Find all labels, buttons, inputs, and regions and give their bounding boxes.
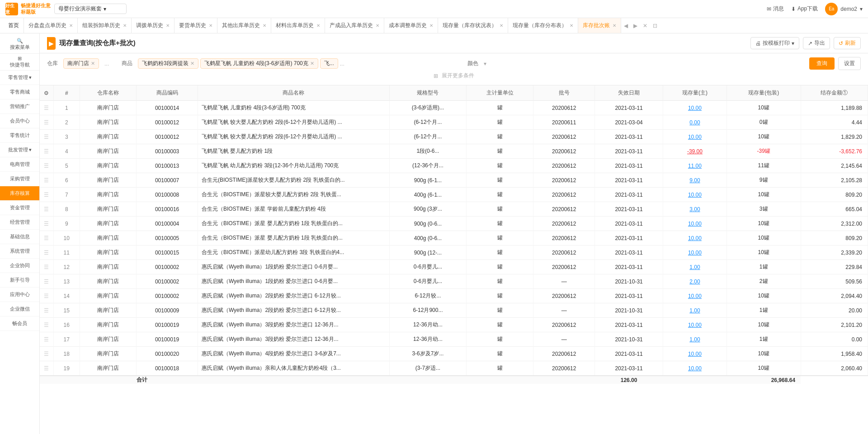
tab-home[interactable]: 首页 bbox=[4, 18, 24, 33]
row-qty-pkg: 10罐 bbox=[726, 318, 801, 332]
tab-close-icon[interactable]: ✕ bbox=[376, 23, 379, 28]
tab-nav-right[interactable]: ▶ bbox=[631, 23, 640, 29]
sidebar-item-inventory[interactable]: 库存核算 bbox=[0, 186, 39, 201]
tab-close-icon[interactable]: ✕ bbox=[570, 23, 573, 28]
tag-close-icon[interactable]: ✕ bbox=[190, 61, 194, 66]
tab-close-icon[interactable]: ✕ bbox=[69, 23, 73, 28]
row-product-name: 合生元(BIOSTIME)派星较大婴儿配方奶粉 2段 乳铁蛋白的... bbox=[198, 173, 389, 188]
tab-close-icon[interactable]: ✕ bbox=[429, 23, 433, 28]
sidebar-item-retail-mgmt[interactable]: 零售管理 ▾ bbox=[0, 71, 39, 85]
row-qty-main[interactable]: 10.00 bbox=[663, 217, 727, 231]
tab-fenpan[interactable]: 分盘盘点单历史 ✕ bbox=[24, 18, 78, 33]
sidebar-item-basic-info[interactable]: 基础信息 bbox=[0, 230, 39, 244]
product-tag-2[interactable]: 飞鹤星飞帆 儿童奶粉 4段(3-6岁适用) 700克 ✕ bbox=[200, 58, 318, 69]
table-row: ☰ 11 南岸门店 00100015 合生元（BIOSTIME）派星幼儿配方奶粉… bbox=[40, 245, 868, 260]
export-button[interactable]: ↗ 导出 bbox=[803, 37, 830, 49]
setting-button[interactable]: 设置 bbox=[838, 57, 861, 70]
sidebar-item-operation[interactable]: 经营管理 bbox=[0, 215, 39, 230]
search-button[interactable]: 查询 bbox=[809, 57, 835, 70]
expand-row[interactable]: ⊞ 展开更多条件 bbox=[47, 70, 861, 81]
sidebar-item-corp-collab[interactable]: 企业协同 bbox=[0, 259, 39, 273]
row-qty-main[interactable]: 10.00 bbox=[663, 101, 727, 115]
sidebar-item-member[interactable]: 会员中心 bbox=[0, 114, 39, 128]
row-qty-main[interactable]: -39.00 bbox=[663, 144, 727, 159]
sidebar-search[interactable]: 🔍 搜索菜单 bbox=[0, 35, 39, 54]
row-qty-main[interactable]: 1.00 bbox=[663, 303, 727, 318]
sidebar-item-purchase[interactable]: 采购管理 bbox=[0, 172, 39, 186]
tab-close-icon[interactable]: ✕ bbox=[316, 23, 320, 28]
sidebar-item-finance[interactable]: 资金管理 bbox=[0, 201, 39, 215]
sidebar-item-system[interactable]: 系统管理 bbox=[0, 244, 39, 259]
sidebar-item-weixin[interactable]: 企业微信 bbox=[0, 302, 39, 316]
row-qty-main[interactable]: 10.00 bbox=[663, 347, 727, 361]
row-code: 00100009 bbox=[137, 303, 198, 318]
tag-close-icon[interactable]: ✕ bbox=[91, 61, 95, 66]
tab-close-all[interactable]: ✕ bbox=[640, 23, 650, 29]
user-area[interactable]: Ea demo2 ▾ bbox=[825, 3, 863, 15]
product-more[interactable]: ... bbox=[340, 61, 344, 67]
tab-more[interactable]: ⊡ bbox=[650, 23, 660, 29]
sidebar-item-ecommerce[interactable]: 电商管理 bbox=[0, 157, 39, 172]
collapse-button[interactable]: ▶ bbox=[47, 37, 56, 50]
message-button[interactable]: ✉ 消息 bbox=[767, 5, 784, 13]
tab-nav-left[interactable]: ◀ bbox=[621, 23, 631, 29]
row-product-name: 惠氏启赋（Wyeth illuma）3段奶粉 爱尔兰进口 12-36月... bbox=[198, 332, 389, 347]
row-warehouse: 南岸门店 bbox=[80, 159, 137, 173]
tab-close-icon[interactable]: ✕ bbox=[166, 23, 170, 28]
row-amount: 20.00 bbox=[801, 303, 868, 318]
tag-close-icon[interactable]: ✕ bbox=[310, 61, 314, 66]
tab-close-icon[interactable]: ✕ bbox=[123, 23, 127, 28]
tab-close-icon[interactable]: ✕ bbox=[209, 23, 212, 28]
sidebar-item-retail-shop[interactable]: 零售商城 bbox=[0, 85, 39, 99]
chevron-down-color-icon[interactable]: ▾ bbox=[484, 61, 486, 67]
warehouse-tag[interactable]: 南岸门店 ✕ bbox=[63, 58, 99, 69]
tab-chancheng[interactable]: 产成品入库单历史 ✕ bbox=[325, 18, 384, 33]
tab-close-icon[interactable]: ✕ bbox=[613, 23, 616, 28]
tab-close-icon[interactable]: ✕ bbox=[263, 23, 266, 28]
tab-cailiao[interactable]: 材料出库单历史 ✕ bbox=[271, 18, 325, 33]
row-qty-main[interactable]: 1.00 bbox=[663, 332, 727, 347]
sidebar-item-retail-stats[interactable]: 零售统计 bbox=[0, 128, 39, 143]
tab-yaohuo[interactable]: 要货单历史 ✕ bbox=[175, 18, 217, 33]
row-qty-main[interactable]: 9.00 bbox=[663, 173, 727, 188]
tab-kucun-batch[interactable]: 库存批次账 ✕ bbox=[578, 18, 621, 33]
product-tag-1[interactable]: 飞鹤奶粉3段两提装 ✕ bbox=[138, 58, 198, 69]
warehouse-more[interactable]: ... bbox=[104, 61, 109, 67]
product-tag-3[interactable]: 飞... bbox=[320, 58, 338, 69]
row-qty-main[interactable]: 10.00 bbox=[663, 289, 727, 303]
row-batch: — bbox=[533, 303, 595, 318]
row-qty-main[interactable]: 3.00 bbox=[663, 202, 727, 217]
sidebar-item-member-plus[interactable]: 畅会员 bbox=[0, 316, 39, 331]
sidebar-item-marketing[interactable]: 营销推广 bbox=[0, 99, 39, 114]
company-dropdown[interactable]: 母婴行业演示账套 ▾ bbox=[54, 4, 127, 14]
row-number: 15 bbox=[53, 303, 80, 318]
refresh-button[interactable]: ↺ 刷新 bbox=[834, 37, 861, 49]
template-print-button[interactable]: 🖨 按模板打印 ▾ bbox=[750, 37, 799, 49]
row-qty-main[interactable]: 10.00 bbox=[663, 188, 727, 202]
app-download-button[interactable]: ⬇ App下载 bbox=[791, 5, 818, 13]
tab-qitachuku[interactable]: 其他出库单历史 ✕ bbox=[217, 18, 271, 33]
row-qty-main[interactable]: 11.00 bbox=[663, 159, 727, 173]
row-qty-main[interactable]: 10.00 bbox=[663, 130, 727, 144]
tab-diaob[interactable]: 调拨单历史 ✕ bbox=[132, 18, 175, 33]
tab-zuzhuang[interactable]: 组装拆卸单历史 ✕ bbox=[78, 18, 132, 33]
row-qty-main[interactable]: 10.00 bbox=[663, 361, 727, 376]
row-expire: 2021-03-11 bbox=[595, 245, 663, 260]
row-qty-main[interactable]: 0.00 bbox=[663, 115, 727, 130]
sidebar-quicknav[interactable]: ⊞ 快捷导航 bbox=[0, 54, 39, 71]
tab-close-icon[interactable]: ✕ bbox=[500, 23, 503, 28]
row-qty-main[interactable]: 2.00 bbox=[663, 274, 727, 289]
row-qty-main[interactable]: 1.00 bbox=[663, 260, 727, 274]
sidebar-item-guide[interactable]: 新手引导 bbox=[0, 273, 39, 288]
content-area: ▶ 现存量查询(按仓库+批次) 🖨 按模板打印 ▾ ↗ 导出 ↺ 刷新 bbox=[40, 33, 868, 434]
tab-xiancun-dist[interactable]: 现存量（库存分布表） ✕ bbox=[508, 18, 578, 33]
row-qty-main[interactable]: 10.00 bbox=[663, 318, 727, 332]
tab-chengben[interactable]: 成本调整单历史 ✕ bbox=[384, 18, 438, 33]
col-settings[interactable]: ⚙ bbox=[40, 85, 53, 101]
sidebar-item-wholesale[interactable]: 批发管理 ▾ bbox=[0, 143, 39, 157]
row-batch: — bbox=[533, 332, 595, 347]
row-qty-main[interactable]: 10.00 bbox=[663, 245, 727, 260]
tab-xiancun-status[interactable]: 现存量（库存状况表） ✕ bbox=[438, 18, 508, 33]
sidebar-item-app-center[interactable]: 应用中心 bbox=[0, 288, 39, 302]
row-qty-main[interactable]: 10.00 bbox=[663, 231, 727, 245]
